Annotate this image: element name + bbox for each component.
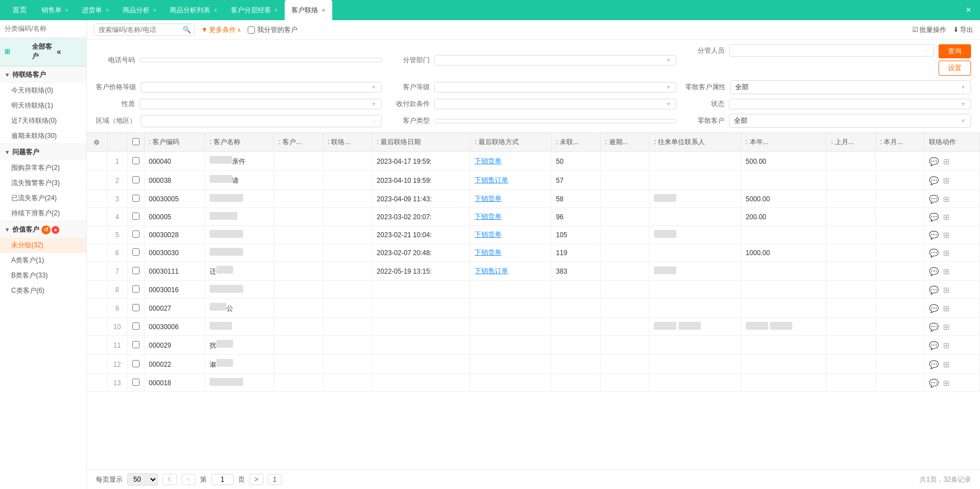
row-checkbox[interactable] [132, 195, 140, 202]
grid-action-icon[interactable]: ⊞ [943, 213, 950, 222]
grid-action-icon[interactable]: ⊞ [943, 304, 950, 313]
row-checkbox[interactable] [132, 230, 140, 238]
row-checkbox[interactable] [132, 176, 140, 183]
batch-ops-button[interactable]: ☑ 批量操作 [912, 25, 946, 35]
first-page-button[interactable]: K [162, 474, 177, 485]
last-page-button[interactable]: 1 [268, 474, 282, 485]
sidebar-section-problem[interactable]: ▼ 问题客户 [0, 144, 86, 160]
row-checkbox[interactable] [132, 304, 140, 311]
sidebar-item-overdue-pending[interactable]: 逾期未联络(30) [0, 128, 86, 144]
contact-method-link[interactable]: 下销售订单 [475, 176, 508, 184]
sidebar-item-class-c[interactable]: C类客户(6) [0, 283, 86, 298]
payment-select[interactable]: ▼ [434, 99, 676, 109]
row-checkbox[interactable] [132, 285, 140, 293]
export-button[interactable]: ⬇ 导出 [953, 25, 973, 35]
row-checkbox[interactable] [132, 213, 140, 220]
row-checkbox[interactable] [132, 322, 140, 330]
sidebar-section-value[interactable]: ▼ 价值客户 ↺ ● [0, 221, 86, 238]
grid-action-icon[interactable]: ⊞ [943, 285, 950, 294]
sidebar-item-class-a[interactable]: A类客户(1) [0, 253, 86, 268]
message-icon[interactable]: 💬 [929, 176, 939, 185]
message-icon[interactable]: 💬 [929, 341, 939, 350]
nature-select[interactable]: ▼ [140, 99, 382, 109]
sidebar-item-churn-warning[interactable]: 流失预警客户(3) [0, 176, 86, 191]
col-checkbox[interactable] [127, 133, 144, 152]
grid-action-icon[interactable]: ⊞ [943, 341, 950, 350]
query-button[interactable]: 查询 [939, 44, 971, 58]
window-close-button[interactable]: × [962, 5, 976, 15]
customer-tier-select[interactable]: ▼ [434, 82, 676, 93]
my-customers-check[interactable] [248, 26, 255, 34]
reset-button[interactable]: 设置 [939, 61, 971, 76]
row-checkbox[interactable] [132, 379, 140, 386]
close-customer-contact-tab[interactable]: × [322, 7, 325, 13]
all-customers-header[interactable]: ⊞ 全部客户 « [0, 38, 86, 66]
tab-product-analysis-list[interactable]: 商品分析列表 × [163, 0, 224, 20]
grid-action-icon[interactable]: ⊞ [943, 322, 950, 331]
message-icon[interactable]: 💬 [929, 322, 939, 331]
message-icon[interactable]: 💬 [929, 195, 939, 204]
message-icon[interactable]: 💬 [929, 213, 939, 222]
contact-method-link[interactable]: 下销货单 [475, 195, 501, 202]
customer-type-input[interactable] [434, 119, 676, 123]
grid-action-icon[interactable]: ⊞ [943, 176, 950, 185]
grid-action-icon[interactable]: ⊞ [943, 379, 950, 387]
sidebar-item-week-pending[interactable]: 近7天待联络(0) [0, 113, 86, 128]
close-customer-tier-tab[interactable]: × [275, 7, 278, 13]
grid-action-icon[interactable]: ⊞ [943, 248, 950, 257]
row-checkbox[interactable] [132, 341, 140, 348]
sidebar-item-churned[interactable]: 已流失客户(24) [0, 191, 86, 206]
contact-method-link[interactable]: 下销货单 [475, 248, 501, 256]
tab-product-analysis[interactable]: 商品分析 × [116, 0, 163, 20]
td-checkbox[interactable] [127, 226, 144, 244]
sidebar-section-pending[interactable]: ▼ 待联络客户 [0, 66, 86, 83]
message-icon[interactable]: 💬 [929, 230, 939, 239]
refresh-badge[interactable]: ↺ [41, 225, 50, 234]
row-checkbox[interactable] [132, 157, 140, 164]
tab-home[interactable]: 首页 [4, 0, 35, 20]
filter-search-icon[interactable]: 🔍 [183, 26, 191, 34]
td-checkbox[interactable] [127, 171, 144, 190]
grid-action-icon[interactable]: ⊞ [943, 230, 950, 239]
tab-sales[interactable]: 销售单 × [35, 0, 75, 20]
sidebar-search-input[interactable] [4, 25, 87, 33]
contact-method-link[interactable]: 下销货单 [475, 213, 501, 220]
sidebar-item-today-pending[interactable]: 今天待联络(0) [0, 83, 86, 98]
row-checkbox[interactable] [132, 267, 140, 274]
message-icon[interactable]: 💬 [929, 157, 939, 166]
dept-select[interactable]: ▼ [434, 55, 676, 66]
grid-action-icon[interactable]: ⊞ [943, 157, 950, 166]
contact-method-link[interactable]: 下销货单 [475, 157, 501, 165]
tab-purchase[interactable]: 进货单 × [75, 0, 115, 20]
manager-input[interactable]: ··· [729, 44, 934, 57]
td-checkbox[interactable] [127, 318, 144, 336]
message-icon[interactable]: 💬 [929, 267, 939, 276]
message-icon[interactable]: 💬 [929, 248, 939, 257]
sidebar-item-class-b[interactable]: B类客户(33) [0, 268, 86, 283]
filter-search-input[interactable] [99, 26, 183, 34]
close-sales-tab[interactable]: × [65, 7, 68, 13]
page-size-select[interactable]: 50 100 200 [127, 473, 158, 486]
tab-customer-tier[interactable]: 客户分层经客 × [224, 0, 285, 20]
td-checkbox[interactable] [127, 244, 144, 262]
sidebar-item-tomorrow-pending[interactable]: 明天待联络(1) [0, 98, 86, 113]
message-icon[interactable]: 💬 [929, 285, 939, 294]
col-settings[interactable]: ⚙ [87, 133, 107, 152]
page-number-input[interactable] [211, 474, 234, 485]
sidebar-item-ungrouped[interactable]: 未分组(32) [0, 238, 86, 253]
row-checkbox[interactable] [132, 248, 140, 256]
td-checkbox[interactable] [127, 152, 144, 171]
td-checkbox[interactable] [127, 374, 144, 392]
price-tier-select[interactable]: ▼ [141, 82, 382, 93]
tab-customer-contact[interactable]: 客户联络 × [285, 0, 332, 20]
select-all-checkbox[interactable] [132, 138, 140, 145]
scatter-customer-select[interactable]: 全部▼ [729, 114, 971, 128]
td-checkbox[interactable] [127, 262, 144, 281]
sidebar-collapse-button[interactable]: « [57, 47, 82, 56]
status-select[interactable]: ▼ [729, 99, 971, 109]
row-checkbox[interactable] [132, 360, 140, 367]
td-checkbox[interactable] [127, 281, 144, 299]
region-input[interactable]: ··· [141, 115, 382, 127]
close-purchase-tab[interactable]: × [105, 7, 109, 13]
contact-method-link[interactable]: 下销售订单 [475, 267, 508, 275]
